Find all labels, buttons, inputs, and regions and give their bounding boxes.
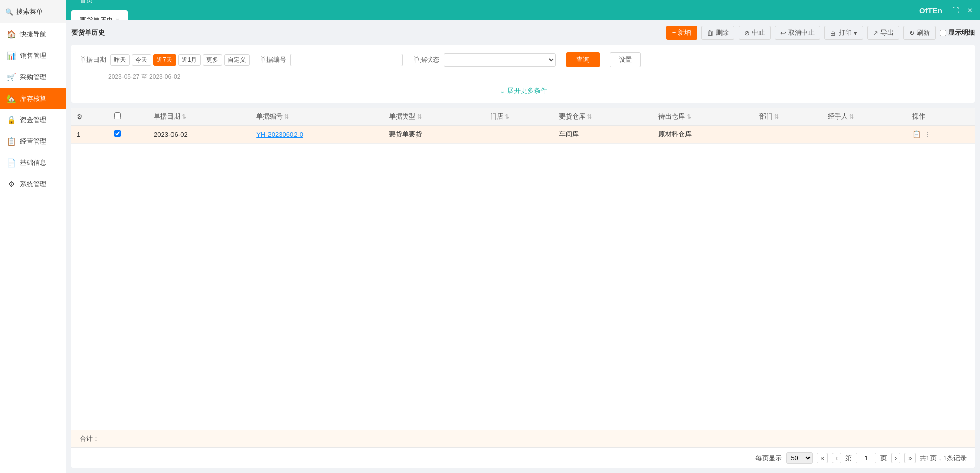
sort-icon: ⇅	[849, 113, 854, 120]
delete-button[interactable]: 🗑 删除	[701, 26, 734, 40]
date-btn-今天[interactable]: 今天	[132, 54, 151, 66]
settings-button[interactable]: 设置	[610, 52, 641, 67]
print-button[interactable]: 🖨 打印 ▾	[824, 26, 863, 40]
window-resize-button[interactable]: ⛶	[950, 6, 961, 15]
status-select[interactable]	[444, 53, 556, 67]
order-no-link[interactable]: YH-20230602-0	[256, 131, 303, 138]
sort-icon: ⇅	[687, 113, 691, 120]
sidebar-item-finance[interactable]: 🔒资金管理	[0, 109, 66, 131]
query-button[interactable]: 查询	[566, 52, 600, 67]
delete-icon: 🗑	[707, 29, 714, 37]
finance-icon: 🔒	[7, 115, 16, 125]
sidebar-item-purchase[interactable]: 🛒采购管理	[0, 66, 66, 88]
topbar: 首页要货单历史× OfTEn ⛶ ✕	[66, 0, 980, 20]
status-filter: 单据状态	[413, 53, 556, 67]
inventory-icon: 🏡	[7, 94, 16, 103]
table-body: 1 2023-06-02 YH-20230602-0 要货单要货 车间库 原材料…	[71, 126, 975, 144]
col-label: 门店	[490, 112, 503, 121]
row-req-warehouse: 车间库	[554, 126, 653, 144]
sidebar-search[interactable]: 🔍 搜索菜单	[0, 0, 66, 23]
table-row[interactable]: 1 2023-06-02 YH-20230602-0 要货单要货 车间库 原材料…	[71, 126, 975, 144]
col-header-req_warehouse[interactable]: 要货仓库⇅	[554, 108, 653, 126]
row-checkbox[interactable]	[109, 126, 149, 144]
col-label: 经手人	[828, 112, 848, 121]
expand-more-button[interactable]: ⌄ 展开更多条件	[500, 86, 547, 96]
show-detail-toggle[interactable]: 显示明细	[940, 28, 975, 37]
page-input[interactable]	[856, 453, 876, 463]
date-filter-buttons: 昨天今天近7天近1月更多自定义	[110, 54, 250, 66]
date-btn-更多[interactable]: 更多	[203, 54, 222, 66]
col-header-date[interactable]: 单据日期⇅	[149, 108, 251, 126]
col-header-handler[interactable]: 经手人⇅	[823, 108, 907, 126]
expand-label: 展开更多条件	[507, 86, 547, 96]
per-page-select[interactable]: 102050100	[786, 452, 813, 464]
date-filter: 单据日期 昨天今天近7天近1月更多自定义	[80, 54, 250, 66]
col-header-store[interactable]: 门店⇅	[485, 108, 554, 126]
row-handler	[823, 126, 907, 144]
filter-area: 单据日期 昨天今天近7天近1月更多自定义 单据编号 单据状态 查询 设置	[71, 45, 975, 103]
stop-icon: ⊘	[744, 29, 750, 37]
data-table: ⚙单据日期⇅单据编号⇅单据类型⇅门店⇅要货仓库⇅待出仓库⇅部门⇅经手人⇅操作 1…	[71, 108, 975, 144]
total-label: 共1页，1条记录	[920, 454, 967, 463]
sidebar-item-system[interactable]: ⚙系统管理	[0, 174, 66, 195]
last-page-button[interactable]: »	[904, 453, 915, 463]
tab-label: 首页	[80, 0, 93, 5]
sidebar-item-operation[interactable]: 📋经营管理	[0, 131, 66, 152]
row-order-type: 要货单要货	[384, 126, 485, 144]
col-header-order_no[interactable]: 单据编号⇅	[251, 108, 384, 126]
order-no-input[interactable]	[290, 54, 403, 66]
show-detail-checkbox[interactable]	[940, 30, 946, 36]
stop-button[interactable]: ⊘ 中止	[739, 26, 771, 40]
refresh-icon: ↻	[909, 29, 915, 37]
date-range-row: 2023-05-27 至 2023-06-02	[80, 73, 967, 81]
select-all-checkbox[interactable]	[114, 112, 121, 119]
row-edit-button[interactable]: 📋	[912, 130, 921, 138]
col-header-order_type[interactable]: 单据类型⇅	[384, 108, 485, 126]
page-actions: + 新增 🗑 删除 ⊘ 中止 ↩ 取消中止 🖨 打印 ▾	[666, 26, 975, 40]
export-button[interactable]: ↗ 导出	[867, 26, 899, 40]
row-more-button[interactable]: ⋮	[924, 130, 931, 138]
col-header-department[interactable]: 部门⇅	[754, 108, 823, 126]
date-btn-自定义[interactable]: 自定义	[224, 54, 250, 66]
summary-label: 合计：	[80, 434, 100, 443]
col-label: ⚙	[77, 113, 83, 121]
col-label: 单据类型	[389, 112, 415, 121]
expand-icon: ⌄	[500, 87, 505, 95]
cancel-stop-button[interactable]: ↩ 取消中止	[775, 26, 820, 40]
print-icon: 🖨	[830, 29, 837, 37]
col-label: 单据日期	[154, 112, 180, 121]
new-button[interactable]: + 新增	[666, 26, 697, 40]
operation-icon: 📋	[7, 137, 16, 146]
sidebar-item-base[interactable]: 📄基础信息	[0, 152, 66, 174]
date-btn-近7天[interactable]: 近7天	[153, 54, 176, 66]
row-num: 1	[71, 126, 109, 144]
per-page-label: 每页显示	[755, 454, 782, 463]
sidebar-item-label: 采购管理	[20, 73, 46, 82]
col-header-actions: 操作	[907, 108, 975, 126]
row-select-checkbox[interactable]	[114, 130, 121, 137]
sort-icon: ⇅	[417, 113, 422, 120]
window-close-button[interactable]: ✕	[965, 6, 975, 15]
sidebar-item-sales[interactable]: 📊销售管理	[0, 45, 66, 66]
filter-row-1: 单据日期 昨天今天近7天近1月更多自定义 单据编号 单据状态 查询 设置	[80, 52, 967, 67]
sidebar-item-home[interactable]: 🏠快捷导航	[0, 23, 66, 45]
sidebar-item-label: 资金管理	[20, 115, 46, 125]
sort-icon: ⇅	[774, 113, 779, 120]
prev-page-button[interactable]: ‹	[832, 453, 841, 463]
sort-icon: ⇅	[505, 113, 509, 120]
tab-home[interactable]: 首页	[71, 0, 128, 10]
first-page-button[interactable]: «	[817, 453, 827, 463]
col-header-settings: ⚙	[71, 108, 109, 126]
col-label: 部门	[760, 112, 773, 121]
page-suffix: 页	[880, 454, 887, 463]
sidebar-item-inventory[interactable]: 🏡库存核算	[0, 88, 66, 109]
date-btn-昨天[interactable]: 昨天	[110, 54, 130, 66]
col-header-pending_warehouse[interactable]: 待出仓库⇅	[653, 108, 754, 126]
date-btn-近1月[interactable]: 近1月	[178, 54, 201, 66]
order-no-label: 单据编号	[260, 55, 286, 64]
row-order-no[interactable]: YH-20230602-0	[251, 126, 384, 144]
next-page-button[interactable]: ›	[891, 453, 900, 463]
date-filter-label: 单据日期	[80, 55, 106, 64]
row-store	[485, 126, 554, 144]
refresh-button[interactable]: ↻ 刷新	[903, 26, 936, 40]
